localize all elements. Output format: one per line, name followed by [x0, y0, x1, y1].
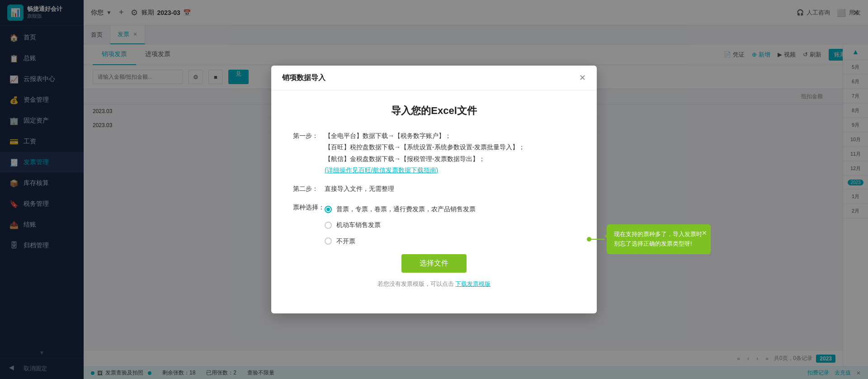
radio-circle-1: [325, 206, 332, 213]
modal-dialog: 销项数据导入 ✕ 导入您的Excel文件 第一步： 【全电平台】数据下载→【税务…: [271, 66, 597, 313]
radio-circle-2: [325, 222, 332, 229]
radio-option-3[interactable]: 不开票: [325, 236, 575, 247]
select-file-button[interactable]: 选择文件: [401, 254, 467, 273]
ticket-label: 票种选择：: [293, 202, 325, 247]
tooltip-connector-line: [590, 239, 605, 240]
modal-header: 销项数据导入 ✕: [271, 66, 597, 90]
step2-row: 第二步： 直接导入文件，无需整理: [293, 183, 575, 194]
tooltip-close-btn[interactable]: ✕: [702, 228, 707, 238]
ticket-radio-group: 普票，专票，卷票，通行费发票，农产品销售发票 机动车销售发票 不开票: [325, 204, 575, 247]
download-template-link[interactable]: 下载发票模版: [455, 280, 491, 287]
modal-main-title: 导入您的Excel文件: [293, 104, 575, 118]
step1-row: 第一步： 【全电平台】数据下载→【税务数字账户】； 【百旺】税控盘数据下载→【系…: [293, 130, 575, 176]
modal-close-button[interactable]: ✕: [579, 73, 586, 83]
modal-title: 销项数据导入: [282, 73, 326, 83]
ticket-select-row: 票种选择： 普票，专票，卷票，通行费发票，农产品销售发票 机动车销售发票: [293, 202, 575, 247]
guide-link[interactable]: (详细操作见百旺/航信发票数据下载指南): [325, 166, 438, 174]
radio-option-1[interactable]: 普票，专票，卷票，通行费发票，农产品销售发票: [325, 204, 575, 215]
modal-body: 导入您的Excel文件 第一步： 【全电平台】数据下载→【税务数字账户】； 【百…: [271, 90, 597, 313]
radio-circle-3: [325, 237, 332, 245]
radio-option-2[interactable]: 机动车销售发票: [325, 219, 575, 231]
tooltip-bubble: ✕ 现在支持的票种多了，导入发票时别忘了选择正确的发票类型呀!: [607, 224, 711, 254]
modal-footer: 选择文件 若您没有发票模版，可以点击 下载发票模版: [293, 254, 575, 303]
modal-overlay: 销项数据导入 ✕ 导入您的Excel文件 第一步： 【全电平台】数据下载→【税务…: [0, 0, 868, 379]
modal-note: 若您没有发票模版，可以点击 下载发票模版: [293, 280, 575, 288]
